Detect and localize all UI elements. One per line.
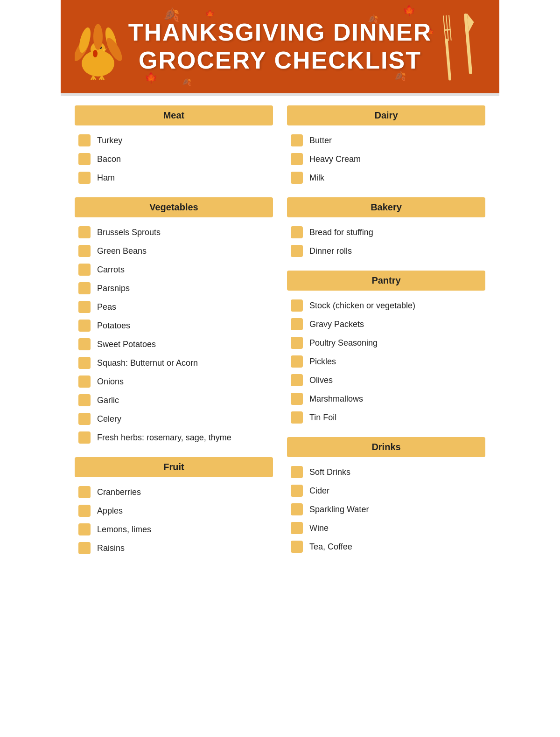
dairy-item-list: Butter Heavy Cream Milk: [287, 131, 485, 187]
main-content: Meat Turkey Bacon Ham: [61, 96, 499, 577]
checkbox-stock[interactable]: [291, 299, 303, 312]
list-item: Dinner rolls: [289, 242, 483, 260]
list-item: Apples: [77, 501, 271, 520]
item-label: Bacon: [97, 154, 121, 164]
svg-rect-18: [443, 15, 446, 41]
list-item: Bread for stuffing: [289, 223, 483, 242]
item-label: Apples: [97, 506, 123, 516]
item-label: Tin Foil: [309, 413, 336, 423]
list-item: Butter: [289, 131, 483, 150]
list-item: Soft Drinks: [289, 463, 483, 481]
checkbox-squash[interactable]: [78, 357, 91, 369]
checkbox-greenbeans[interactable]: [78, 245, 91, 257]
checkbox-softdrinks[interactable]: [291, 466, 303, 478]
checkbox-brussels[interactable]: [78, 226, 91, 238]
svg-rect-17: [445, 39, 451, 81]
item-label: Dinner rolls: [309, 246, 352, 256]
dairy-section: Dairy Butter Heavy Cream Milk: [287, 105, 485, 187]
list-item: Tin Foil: [289, 408, 483, 427]
leaf-decoration-6: 🍁: [205, 9, 215, 18]
item-label: Milk: [309, 173, 324, 183]
list-item: Wine: [289, 519, 483, 537]
bakery-item-list: Bread for stuffing Dinner rolls: [287, 223, 485, 260]
checkbox-heavycream[interactable]: [291, 153, 303, 165]
checkbox-butter[interactable]: [291, 134, 303, 146]
checkbox-celery[interactable]: [78, 413, 91, 425]
item-label: Cider: [309, 486, 329, 496]
checkbox-garlic[interactable]: [78, 394, 91, 406]
checkbox-apples[interactable]: [78, 505, 91, 517]
list-item: Milk: [289, 168, 483, 187]
checkbox-sweetpotatoes[interactable]: [78, 338, 91, 350]
item-label: Green Beans: [97, 246, 147, 256]
item-label: Sparkling Water: [309, 505, 369, 515]
checkbox-teacoffee[interactable]: [291, 541, 303, 553]
item-label: Pickles: [309, 357, 336, 367]
item-label: Lemons, limes: [97, 525, 151, 535]
item-label: Bread for stuffing: [309, 228, 373, 237]
item-label: Turkey: [97, 136, 122, 146]
checkbox-milk[interactable]: [291, 172, 303, 184]
bakery-section: Bakery Bread for stuffing Dinner rolls: [287, 197, 485, 260]
item-label: Stock (chicken or vegetable): [309, 301, 415, 311]
checkbox-cranberries[interactable]: [78, 486, 91, 498]
checkbox-carrots[interactable]: [78, 264, 91, 276]
item-label: Heavy Cream: [309, 154, 361, 164]
checkbox-olives[interactable]: [291, 374, 303, 386]
checkbox-bacon[interactable]: [78, 153, 91, 165]
list-item: Fresh herbs: rosemary, sage, thyme: [77, 428, 271, 447]
item-label: Garlic: [97, 396, 119, 405]
item-label: Gravy Packets: [309, 320, 364, 329]
checkbox-sparklingwater[interactable]: [291, 503, 303, 515]
list-item: Heavy Cream: [289, 150, 483, 168]
fruit-item-list: Cranberries Apples Lemons, limes Raisins: [75, 483, 273, 557]
item-label: Olives: [309, 375, 333, 385]
dairy-section-header: Dairy: [287, 105, 485, 125]
header-title: THANKSGIVING DINNER GROCERY CHECKLIST: [128, 19, 432, 75]
checkbox-turkey[interactable]: [78, 134, 91, 146]
fruit-section: Fruit Cranberries Apples Lemons, limes R…: [75, 457, 273, 557]
list-item: Squash: Butternut or Acorn: [77, 354, 271, 372]
item-label: Parsnips: [97, 284, 130, 293]
right-column: Dairy Butter Heavy Cream Milk Bakery Bre…: [287, 105, 485, 568]
checkbox-parsnips[interactable]: [78, 282, 91, 294]
header-title-line2: GROCERY CHECKLIST: [139, 47, 421, 74]
drinks-section-header: Drinks: [287, 437, 485, 457]
checkbox-poultryseasoning[interactable]: [291, 337, 303, 349]
checkbox-breadstuffing[interactable]: [291, 226, 303, 238]
page-header: 🍂 🍁 🍂 🍁 🍂 🍁 🍂 🍁: [61, 0, 499, 93]
checkbox-wine[interactable]: [291, 522, 303, 534]
checkbox-dinnerrolls[interactable]: [291, 245, 303, 257]
checkbox-lemons[interactable]: [78, 523, 91, 535]
item-label: Raisins: [97, 543, 125, 553]
svg-rect-19: [446, 15, 449, 41]
svg-rect-21: [444, 29, 451, 31]
list-item: Garlic: [77, 391, 271, 410]
utensils-decoration: [440, 8, 484, 85]
list-item: Tea, Coffee: [289, 537, 483, 556]
bakery-section-header: Bakery: [287, 197, 485, 217]
checkbox-ham[interactable]: [78, 172, 91, 184]
item-label: Marshmallows: [309, 394, 363, 404]
item-label: Celery: [97, 414, 121, 424]
list-item: Parsnips: [77, 279, 271, 298]
svg-point-2: [93, 50, 98, 57]
list-item: Cider: [289, 481, 483, 500]
checkbox-herbs[interactable]: [78, 431, 91, 444]
svg-point-14: [93, 24, 103, 50]
checkbox-onions[interactable]: [78, 375, 91, 388]
item-label: Sweet Potatoes: [97, 340, 156, 349]
list-item: Raisins: [77, 539, 271, 557]
checkbox-tinfoil[interactable]: [291, 411, 303, 424]
list-item: Green Beans: [77, 242, 271, 260]
checkbox-potatoes[interactable]: [78, 320, 91, 332]
checkbox-pickles[interactable]: [291, 355, 303, 368]
checkbox-peas[interactable]: [78, 301, 91, 313]
list-item: Gravy Packets: [289, 315, 483, 334]
checkbox-marshmallows[interactable]: [291, 393, 303, 405]
turkey-icon: [75, 24, 126, 89]
checkbox-gravypackets[interactable]: [291, 318, 303, 330]
checkbox-raisins[interactable]: [78, 542, 91, 554]
checkbox-cider[interactable]: [291, 485, 303, 497]
svg-rect-20: [448, 15, 452, 41]
